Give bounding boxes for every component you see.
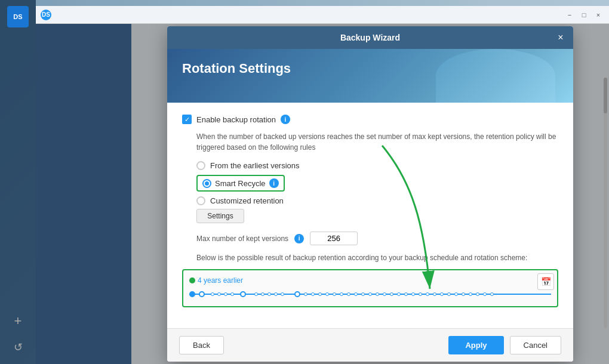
radio-earliest-versions-label: From the earliest versions bbox=[210, 161, 300, 170]
timeline-point bbox=[404, 292, 408, 296]
app-close-button[interactable]: × bbox=[592, 9, 604, 21]
dialog-titlebar: Backup Wizard × bbox=[167, 26, 573, 49]
timeline-point bbox=[224, 292, 227, 296]
dialog-body: ✓ Enable backup rotation i When the numb… bbox=[167, 103, 573, 328]
main-area: Backup Wizard × Rotation Settings bbox=[131, 24, 609, 364]
app-titlebar-buttons: − □ × bbox=[564, 9, 604, 21]
timeline-point bbox=[347, 292, 350, 296]
footer-right-buttons: Apply Cancel bbox=[448, 336, 561, 354]
timeline-point bbox=[426, 292, 429, 296]
radio-customized-retention-button[interactable] bbox=[196, 196, 205, 205]
taskbar: DS + ↺ bbox=[0, 0, 36, 364]
timeline-point bbox=[447, 292, 451, 296]
timeline-point bbox=[211, 292, 214, 296]
timeline-point bbox=[340, 292, 343, 296]
timeline-point bbox=[419, 292, 422, 296]
smart-recycle-info-icon[interactable]: i bbox=[269, 178, 279, 188]
radio-smart-recycle-button[interactable] bbox=[202, 179, 211, 188]
timeline-point bbox=[189, 291, 195, 297]
timeline-point bbox=[294, 291, 300, 297]
timeline-point bbox=[199, 291, 205, 297]
timeline-track bbox=[189, 288, 551, 300]
radio-smart-recycle-label: Smart Recycle bbox=[215, 179, 266, 188]
checkmark-icon: ✓ bbox=[184, 116, 190, 123]
radio-earliest-versions-button[interactable] bbox=[196, 161, 205, 170]
max-versions-label: Max number of kept versions bbox=[196, 235, 288, 243]
timeline-point bbox=[483, 292, 487, 296]
timeline-point bbox=[325, 292, 329, 296]
timeline-point bbox=[261, 292, 264, 296]
app-minimize-button[interactable]: − bbox=[564, 9, 576, 21]
app-content: Backup Wizard × Rotation Settings bbox=[36, 24, 609, 364]
max-versions-input[interactable] bbox=[310, 232, 358, 245]
timeline-section: 4 years earlier bbox=[182, 269, 558, 307]
enable-backup-rotation-row: ✓ Enable backup rotation i bbox=[182, 115, 558, 124]
smart-recycle-highlighted-box: Smart Recycle i bbox=[196, 175, 285, 192]
backup-rotation-description: When the number of backed up versions re… bbox=[182, 131, 558, 153]
desktop: DS + ↺ DS − □ × bbox=[0, 0, 609, 364]
radio-customized-retention-option[interactable]: Customized retention bbox=[182, 196, 558, 205]
max-versions-row: Max number of kept versions i bbox=[182, 232, 558, 245]
settings-section: Settings bbox=[182, 209, 558, 223]
timeline-point bbox=[440, 292, 444, 296]
timeline-point bbox=[383, 292, 386, 296]
radio-earliest-versions-option[interactable]: From the earliest versions bbox=[182, 161, 558, 170]
calendar-icon: 📅 bbox=[541, 277, 551, 286]
taskbar-history-button[interactable]: ↺ bbox=[7, 337, 29, 358]
timeline-point bbox=[217, 292, 221, 296]
taskbar-app-icon[interactable]: DS bbox=[7, 6, 29, 27]
app-icon: DS bbox=[41, 10, 51, 20]
settings-button[interactable]: Settings bbox=[196, 209, 244, 223]
enable-backup-rotation-checkbox[interactable]: ✓ bbox=[182, 115, 192, 124]
timeline-point bbox=[318, 292, 322, 296]
timeline-point bbox=[333, 292, 336, 296]
max-versions-info-icon[interactable]: i bbox=[294, 234, 304, 243]
timeline-point bbox=[254, 292, 258, 296]
radio-smart-recycle-option[interactable]: Smart Recycle i bbox=[182, 175, 558, 192]
app-sidebar bbox=[36, 24, 131, 364]
back-button[interactable]: Back bbox=[179, 336, 224, 354]
calendar-icon-button[interactable]: 📅 bbox=[537, 273, 554, 290]
timeline-point bbox=[411, 292, 415, 296]
below-text: Below is the possible result of backup r… bbox=[182, 252, 558, 263]
timeline-point bbox=[462, 292, 465, 296]
timeline-point bbox=[274, 292, 278, 296]
window-chrome: DS − □ × Backup Wizard × bbox=[36, 6, 609, 364]
app-titlebar: DS − □ × bbox=[36, 6, 609, 24]
timeline-point bbox=[454, 292, 458, 296]
dialog-footer: Back Apply Cancel bbox=[167, 328, 573, 362]
timeline-point bbox=[354, 292, 358, 296]
timeline-point bbox=[476, 292, 479, 296]
timeline-point bbox=[304, 292, 307, 296]
timeline-point bbox=[490, 292, 494, 296]
timeline-label: 4 years earlier bbox=[189, 276, 551, 285]
enable-backup-rotation-label: Enable backup rotation bbox=[196, 115, 276, 124]
timeline-point bbox=[368, 292, 372, 296]
timeline-point bbox=[311, 292, 315, 296]
apply-button[interactable]: Apply bbox=[448, 336, 503, 354]
radio-customized-retention-label: Customized retention bbox=[210, 196, 284, 205]
app-maximize-button[interactable]: □ bbox=[578, 9, 590, 21]
timeline-point bbox=[469, 292, 472, 296]
timeline-point bbox=[230, 292, 234, 296]
timeline-point bbox=[281, 292, 284, 296]
timeline-point bbox=[390, 292, 393, 296]
timeline-point bbox=[267, 292, 271, 296]
timeline-point bbox=[361, 292, 365, 296]
dialog-header-title: Rotation Settings bbox=[182, 61, 558, 76]
timeline-point bbox=[376, 292, 379, 296]
dialog-header-banner: Rotation Settings bbox=[167, 49, 573, 103]
timeline-dot-icon bbox=[189, 277, 195, 283]
timeline-point bbox=[240, 291, 246, 297]
timeline-point bbox=[397, 292, 401, 296]
enable-backup-rotation-info-icon[interactable]: i bbox=[281, 115, 290, 124]
dialog-overlay: Backup Wizard × Rotation Settings bbox=[131, 24, 609, 364]
taskbar-add-button[interactable]: + bbox=[7, 310, 29, 332]
cancel-button[interactable]: Cancel bbox=[510, 336, 561, 354]
backup-wizard-dialog: Backup Wizard × Rotation Settings bbox=[167, 26, 573, 362]
dialog-close-button[interactable]: × bbox=[554, 31, 567, 44]
dialog-title: Backup Wizard bbox=[340, 33, 400, 42]
timeline-point bbox=[433, 292, 436, 296]
